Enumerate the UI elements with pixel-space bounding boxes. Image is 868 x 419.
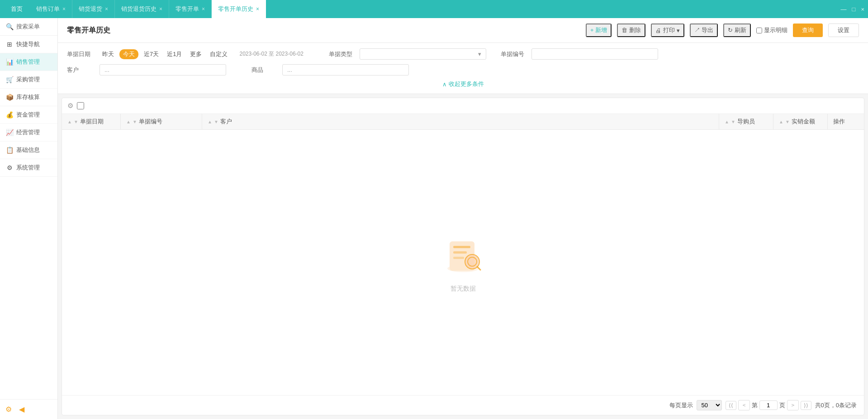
th-amount-sort-down[interactable]: ▼ (785, 119, 790, 124)
finance-icon: 💰 (5, 111, 14, 118)
tab-retail-open-history[interactable]: 零售开单历史 × (212, 0, 266, 18)
page-next-btn[interactable]: ＞ (787, 400, 799, 410)
sidebar-search[interactable]: 🔍 搜索采单 (0, 18, 57, 36)
collapse-icon: ∧ (442, 81, 447, 88)
tab-retail-open-close[interactable]: × (202, 6, 205, 12)
add-button[interactable]: + 新增 (586, 24, 612, 37)
date-opt-today[interactable]: 今天 (119, 49, 138, 59)
tab-sales-order-close[interactable]: × (62, 6, 66, 12)
th-customer: ▲ ▼ 客户 (202, 114, 719, 129)
sidebar-settings-icon[interactable]: ⚙ (5, 405, 12, 414)
page-last-btn[interactable]: ⟩⟩ (801, 401, 811, 410)
tab-sales-return[interactable]: 销货退货 × (72, 0, 115, 18)
export-button[interactable]: ↗ 导出 (690, 24, 718, 37)
window-minimize[interactable]: — (841, 6, 847, 13)
table-header: ▲ ▼ 单据日期 ▲ ▼ 单据编号 ▲ ▼ 客户 ▲ ▼ 导购员 (62, 114, 864, 130)
sidebar-item-inventory[interactable]: 📦 库存核算 (0, 89, 57, 106)
table-area: ⚙ ▲ ▼ 单据日期 ▲ ▼ 单据编号 ▲ ▼ 客户 (62, 98, 864, 415)
tab-sales-order[interactable]: 销售订单 × (30, 0, 72, 18)
sidebar-item-sys-mgmt-label: 系统管理 (16, 164, 40, 172)
tab-sales-return-label: 销货退货 (79, 5, 102, 13)
tab-retail-open-label: 零售开单 (175, 5, 199, 13)
th-num-label: 单据编号 (139, 118, 162, 126)
sidebar-item-purchase-mgmt[interactable]: 🛒 采购管理 (0, 71, 57, 89)
window-maximize[interactable]: □ (852, 6, 856, 13)
tab-retail-open[interactable]: 零售开单 × (169, 0, 212, 18)
filter-goods-label: 商品 (251, 66, 277, 74)
sidebar-item-quick-nav[interactable]: ⊞ 快捷导航 (0, 36, 57, 53)
page-prev-btn[interactable]: ＜ (738, 400, 750, 410)
date-opt-custom[interactable]: 自定义 (207, 49, 230, 59)
th-guide-sort-down[interactable]: ▼ (731, 119, 735, 124)
tab-sales-return-close[interactable]: × (105, 6, 108, 12)
tab-sales-return-history[interactable]: 销货退货历史 × (115, 0, 169, 18)
tab-sales-return-history-close[interactable]: × (159, 6, 162, 12)
inventory-icon: 📦 (5, 94, 14, 101)
date-opt-last1m[interactable]: 近1月 (164, 49, 185, 59)
sales-mgmt-icon: 📊 (5, 58, 14, 66)
filter-goods-value: ... (287, 66, 292, 73)
filter-row-1: 单据日期 昨天 今天 近7天 近1月 更多 自定义 2023-06-02 至 2… (67, 48, 859, 60)
base-info-icon: 📋 (5, 146, 14, 154)
th-customer-sort-up[interactable]: ▲ (208, 119, 212, 124)
tab-sales-return-history-label: 销货退货历史 (121, 5, 157, 13)
date-opt-yesterday[interactable]: 昨天 (100, 49, 117, 59)
settings-button[interactable]: 设置 (828, 24, 859, 37)
sidebar-collapse-icon[interactable]: ◀ (19, 405, 24, 414)
filter-date-range: 2023-06-02 至 2023-06-02 (239, 50, 303, 58)
operations-icon: 📈 (5, 129, 14, 136)
th-date-label: 单据日期 (80, 118, 104, 126)
per-page-select[interactable]: 50 10 20 100 (697, 400, 722, 410)
display-toggle[interactable]: 显示明细 (756, 26, 787, 34)
filter-customer-value: ... (104, 66, 109, 73)
th-guide-sort-up[interactable]: ▲ (725, 119, 729, 124)
empty-icon (441, 232, 486, 278)
sidebar-item-sys-mgmt[interactable]: ⚙ 系统管理 (0, 159, 57, 177)
collapse-more-label: 收起更多条件 (449, 80, 484, 88)
date-opt-last7[interactable]: 近7天 (141, 49, 161, 59)
th-num-sort-up[interactable]: ▲ (126, 119, 131, 124)
sidebar-item-base-info-label: 基础信息 (16, 146, 40, 154)
th-op-label: 操作 (833, 118, 845, 126)
date-opt-more[interactable]: 更多 (187, 49, 204, 59)
svg-rect-3 (453, 251, 467, 254)
th-guide: ▲ ▼ 导购员 (719, 114, 773, 129)
filter-goods-select[interactable]: ... (282, 64, 409, 75)
page-num-input[interactable] (759, 400, 778, 410)
sidebar-item-finance[interactable]: 💰 资金管理 (0, 106, 57, 124)
page-suffix: 页 (779, 401, 785, 410)
th-amount-sort-up[interactable]: ▲ (779, 119, 783, 124)
query-button[interactable]: 查询 (793, 24, 823, 37)
filter-doc-num-input[interactable] (531, 48, 658, 60)
print-button[interactable]: 🖨 打印 ▾ (651, 24, 684, 37)
delete-button[interactable]: 🗑 删除 (617, 24, 645, 37)
th-amount-label: 实销金额 (792, 118, 815, 126)
sidebar-item-sales-mgmt[interactable]: 📊 销售管理 (0, 53, 57, 71)
th-customer-sort-down[interactable]: ▼ (214, 119, 218, 124)
display-toggle-checkbox[interactable] (756, 28, 762, 33)
filter-doc-type-select[interactable]: ▾ (360, 48, 486, 60)
page-first-btn[interactable]: ⟨⟨ (726, 401, 736, 410)
filter-customer-select[interactable]: ... (100, 64, 226, 75)
table-select-all[interactable] (77, 102, 84, 109)
sidebar-item-purchase-mgmt-label: 采购管理 (16, 75, 40, 84)
tab-retail-open-history-close[interactable]: × (256, 6, 259, 12)
th-num-sort-down[interactable]: ▼ (133, 119, 137, 124)
window-close[interactable]: × (861, 6, 864, 13)
table-settings-icon[interactable]: ⚙ (67, 102, 73, 110)
svg-rect-2 (453, 246, 470, 248)
refresh-button[interactable]: ↻ 刷新 (723, 24, 751, 37)
collapse-more-btn[interactable]: ∧ 收起更多条件 (67, 80, 859, 88)
sidebar: 🔍 搜索采单 ⊞ 快捷导航 📊 销售管理 🛒 采购管理 📦 库存核算 💰 资金管… (0, 18, 58, 419)
th-date-sort-up[interactable]: ▲ (67, 119, 72, 124)
th-date-sort-down[interactable]: ▼ (74, 119, 78, 124)
filter-doc-num-label: 单据编号 (501, 50, 526, 58)
filter-customer-label: 客户 (67, 66, 92, 74)
sys-mgmt-icon: ⚙ (5, 164, 14, 171)
sidebar-item-operations[interactable]: 📈 经营管理 (0, 124, 57, 141)
display-toggle-label: 显示明细 (764, 26, 787, 34)
page-nav: ⟨⟨ ＜ 第 页 ＞ ⟩⟩ (726, 400, 811, 410)
tab-home[interactable]: 首页 (4, 0, 30, 18)
print-arrow-icon: ▾ (677, 27, 680, 34)
sidebar-item-base-info[interactable]: 📋 基础信息 (0, 141, 57, 159)
